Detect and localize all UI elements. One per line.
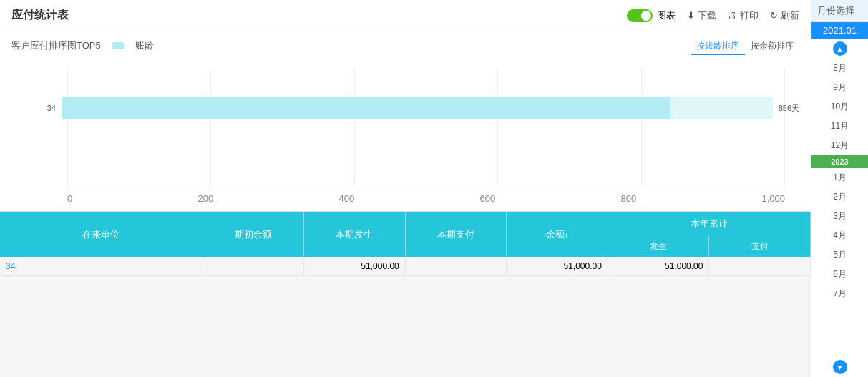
x-axis: 0 200 400 600 800 1,000 <box>67 190 785 204</box>
data-table: 在来单位 期初余额 本期发生 本期支付 余额↕ 本年累计 发生 支付 34 51… <box>0 212 811 276</box>
refresh-button[interactable]: ↻ 刷新 <box>770 9 799 22</box>
legend-color <box>112 42 124 49</box>
print-label: 打印 <box>740 9 759 22</box>
cell-ytd-occurrence: 51,000.00 <box>608 257 709 276</box>
download-button[interactable]: ⬇ 下载 <box>687 9 716 22</box>
col-ytd-payment: 支付 <box>709 236 811 257</box>
refresh-icon: ↻ <box>770 10 778 21</box>
sidebar: 月份选择 2021.01 ▲ 8月 9月 10月 11月 12月 2023 1月… <box>811 0 868 377</box>
cell-occurrence: 51,000.00 <box>304 257 406 276</box>
sort-by-balance-button[interactable]: 按余额排序 <box>745 39 799 55</box>
print-icon: 🖨 <box>728 10 737 21</box>
month-item-12[interactable]: 12月 <box>811 136 868 155</box>
nav-down-arrow[interactable]: ▼ <box>833 360 847 374</box>
table-section: 在来单位 期初余额 本期发生 本期支付 余额↕ 本年累计 发生 支付 34 51… <box>0 212 811 377</box>
chart-area: 客户应付排序图TOP5 账龄 按账龄排序 按余额排序 34 <box>0 31 811 212</box>
year-divider: 2023 <box>811 155 868 168</box>
cell-unit[interactable]: 34 <box>0 257 203 276</box>
col-balance: 余额↕ <box>507 212 608 257</box>
x-label-400: 400 <box>339 193 355 204</box>
table-header-top: 在来单位 期初余额 本期发生 本期支付 余额↕ 本年累计 <box>0 212 811 236</box>
col-occurrence: 本期发生 <box>304 212 406 257</box>
sidebar-header-label: 月份选择 <box>817 5 854 16</box>
legend-color-label: 账龄 <box>135 39 154 52</box>
refresh-label: 刷新 <box>781 9 799 22</box>
sidebar-nav-up[interactable]: ▲ <box>811 39 868 59</box>
chart-toggle[interactable] <box>627 9 653 22</box>
download-label: 下载 <box>698 9 716 22</box>
x-label-600: 600 <box>479 193 495 204</box>
download-icon: ⬇ <box>687 10 695 21</box>
month-item-8[interactable]: 8月 <box>811 59 868 78</box>
bar-fill <box>62 97 670 119</box>
cell-balance: 51,000.00 <box>507 257 608 276</box>
month-item-7[interactable]: 7月 <box>811 284 868 303</box>
month-item-10[interactable]: 10月 <box>811 97 868 117</box>
cell-opening <box>203 257 304 276</box>
print-button[interactable]: 🖨 打印 <box>728 9 759 22</box>
bar-label: 34 <box>11 104 62 112</box>
sort-by-age-button[interactable]: 按账龄排序 <box>691 39 745 55</box>
table-row: 34 51,000.00 51,000.00 51,000.00 <box>0 257 811 276</box>
x-label-0: 0 <box>67 193 72 204</box>
chart-sort-buttons: 按账龄排序 按余额排序 <box>691 39 799 55</box>
col-payment: 本期支付 <box>405 212 507 257</box>
sidebar-months: 8月 9月 10月 11月 12月 2023 1月 2月 3月 4月 5月 6月… <box>811 59 868 357</box>
month-item-2[interactable]: 2月 <box>811 187 868 207</box>
chart-legend: 客户应付排序图TOP5 账龄 <box>11 39 154 52</box>
bar-value: 856天 <box>779 103 799 114</box>
chart-toggle-wrap[interactable]: 图表 <box>627 9 676 22</box>
month-item-6[interactable]: 6月 <box>811 265 868 284</box>
month-item-4[interactable]: 4月 <box>811 226 868 245</box>
col-ytd: 本年累计 <box>608 212 810 236</box>
x-label-800: 800 <box>620 193 636 204</box>
sidebar-nav-down[interactable]: ▼ <box>811 357 868 377</box>
cell-ytd-payment <box>709 257 811 276</box>
sidebar-year-input[interactable]: 2021.01 <box>811 22 868 39</box>
col-opening: 期初余额 <box>203 212 304 257</box>
month-item-9[interactable]: 9月 <box>811 78 868 97</box>
chart-label: 图表 <box>657 9 676 22</box>
month-item-11[interactable]: 11月 <box>811 117 868 136</box>
bar-track <box>62 97 773 119</box>
col-ytd-occurrence: 发生 <box>608 236 709 257</box>
sidebar-header: 月份选择 <box>811 0 868 22</box>
page-title: 应付统计表 <box>11 8 69 23</box>
month-item-5[interactable]: 5月 <box>811 245 868 265</box>
x-label-1000: 1,000 <box>761 193 785 204</box>
header-actions: 图表 ⬇ 下载 🖨 打印 ↻ 刷新 <box>627 9 799 22</box>
nav-up-arrow[interactable]: ▲ <box>833 41 847 56</box>
cell-payment <box>405 257 507 276</box>
legend-title: 客户应付排序图TOP5 <box>11 39 101 52</box>
col-unit: 在来单位 <box>0 212 203 257</box>
month-item-3[interactable]: 3月 <box>811 207 868 226</box>
month-item-1[interactable]: 1月 <box>811 168 868 187</box>
x-label-200: 200 <box>198 193 214 204</box>
